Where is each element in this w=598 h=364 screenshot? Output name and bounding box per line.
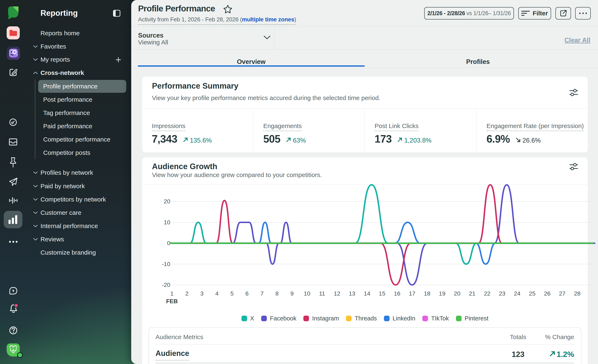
svg-text:6: 6 bbox=[245, 290, 249, 297]
svg-text:23: 23 bbox=[499, 290, 505, 297]
svg-text:4: 4 bbox=[215, 290, 219, 297]
svg-text:10: 10 bbox=[304, 290, 310, 297]
svg-text:12: 12 bbox=[334, 290, 340, 297]
svg-text:7: 7 bbox=[260, 290, 264, 297]
svg-text:14: 14 bbox=[364, 290, 370, 297]
svg-text:-20: -20 bbox=[162, 282, 170, 288]
svg-text:3: 3 bbox=[200, 290, 204, 297]
svg-text:10: 10 bbox=[164, 219, 170, 226]
svg-text:21: 21 bbox=[469, 290, 475, 297]
svg-text:24: 24 bbox=[514, 290, 520, 297]
svg-text:11: 11 bbox=[319, 290, 325, 297]
svg-text:8: 8 bbox=[275, 290, 279, 297]
svg-text:19: 19 bbox=[439, 290, 445, 297]
svg-text:9: 9 bbox=[291, 290, 294, 297]
svg-text:17: 17 bbox=[409, 290, 415, 297]
svg-text:20: 20 bbox=[454, 290, 460, 297]
svg-text:16: 16 bbox=[394, 290, 400, 297]
svg-text:26: 26 bbox=[544, 290, 550, 297]
svg-text:20: 20 bbox=[164, 198, 170, 205]
svg-text:22: 22 bbox=[484, 290, 490, 297]
svg-text:5: 5 bbox=[230, 290, 233, 297]
svg-text:15: 15 bbox=[379, 290, 385, 297]
svg-text:28: 28 bbox=[574, 290, 581, 297]
svg-text:27: 27 bbox=[559, 290, 565, 297]
svg-text:1: 1 bbox=[170, 290, 174, 297]
svg-text:FEB: FEB bbox=[166, 298, 178, 304]
svg-text:13: 13 bbox=[349, 290, 355, 297]
svg-text:25: 25 bbox=[529, 290, 535, 297]
svg-text:-10: -10 bbox=[162, 261, 170, 267]
svg-text:2: 2 bbox=[185, 290, 189, 297]
svg-text:18: 18 bbox=[424, 290, 431, 297]
